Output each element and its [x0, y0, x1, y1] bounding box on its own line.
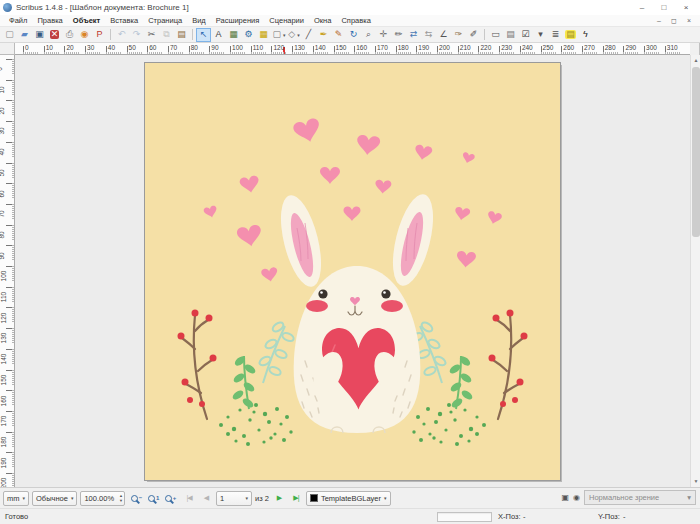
eye-glint-right: [383, 291, 386, 294]
menu-windows[interactable]: Окна: [309, 15, 336, 26]
zoom-out-button[interactable]: −: [128, 491, 145, 506]
layer-select[interactable]: TemplateBGLayer ▾: [306, 491, 391, 506]
vertical-ruler[interactable]: 0 10 20 30 40 50 60: [0, 55, 15, 487]
document-page[interactable]: [145, 63, 560, 480]
menu-scripts[interactable]: Сценарии: [264, 15, 309, 26]
ruler-origin-box[interactable]: [0, 43, 15, 55]
window-title: Scribus 1.4.8 - [Шаблон документа: Broch…: [16, 3, 189, 12]
preview-mode-icon[interactable]: ◉: [573, 493, 580, 502]
color-management-icon[interactable]: ▣: [561, 493, 569, 502]
status-bar: mm▾ Обычное▾ 100.00% ▲▼ −: [0, 487, 700, 524]
last-page-button[interactable]: ▶|: [289, 494, 303, 502]
zoom-tool-icon[interactable]: ⌕: [361, 28, 376, 42]
chevron-down-icon: ▾: [246, 495, 249, 501]
zoom-fit-button[interactable]: 1: [145, 491, 162, 506]
pdf-text-annotation-icon[interactable]: ▤: [563, 28, 578, 42]
new-document-icon[interactable]: ▢: [2, 28, 17, 42]
menu-object[interactable]: Объект: [68, 15, 105, 26]
chevron-down-icon: ▾: [23, 495, 26, 501]
undo-icon[interactable]: ↶: [114, 28, 129, 42]
unlink-frames-icon[interactable]: ⇆: [421, 28, 436, 42]
scribus-app-icon: [3, 3, 12, 12]
eye-glint-left: [320, 291, 323, 294]
ypos-value: -: [623, 512, 626, 521]
measurements-icon[interactable]: ∠: [436, 28, 451, 42]
insert-render-frame-icon[interactable]: ⚙: [241, 28, 256, 42]
spinner-arrows-icon[interactable]: ▲▼: [119, 493, 123, 503]
menu-insert[interactable]: Вставка: [105, 15, 143, 26]
edit-contents-icon[interactable]: ✛: [376, 28, 391, 42]
prev-page-button[interactable]: ◀: [199, 494, 213, 502]
link-frames-icon[interactable]: ⇄: [406, 28, 421, 42]
close-icon[interactable]: ×: [675, 1, 697, 15]
pdf-push-button-icon[interactable]: ▭: [488, 28, 503, 42]
insert-polygon-icon[interactable]: ◇: [286, 28, 301, 42]
magnifier-icon: [148, 495, 155, 502]
pdf-checkbox-icon[interactable]: ☑: [518, 28, 533, 42]
select-item-icon[interactable]: ↖: [196, 28, 211, 42]
copy-icon[interactable]: ⧉: [159, 28, 174, 42]
menu-extras[interactable]: Расширения: [211, 15, 265, 26]
rotate-item-icon[interactable]: ↻: [346, 28, 361, 42]
copy-properties-icon[interactable]: ✑: [451, 28, 466, 42]
layer-color-swatch: [310, 494, 318, 502]
story-editor-icon[interactable]: ✏: [391, 28, 406, 42]
chevron-down-icon: ▾: [71, 495, 74, 501]
vision-defect-select[interactable]: Нормальное зрение▾: [584, 490, 696, 505]
cut-icon[interactable]: ✂: [144, 28, 159, 42]
mdi-minimize-icon[interactable]: –: [653, 16, 665, 26]
menu-edit[interactable]: Правка: [32, 15, 67, 26]
document-canvas[interactable]: [15, 55, 690, 487]
pdf-combo-box-icon[interactable]: ▾: [533, 28, 548, 42]
status-ready-label: Готово: [5, 512, 28, 521]
insert-table-icon[interactable]: ▦: [256, 28, 271, 42]
unit-select[interactable]: mm▾: [3, 491, 29, 506]
view-quality-select[interactable]: Обычное▾: [32, 491, 77, 506]
menu-page[interactable]: Страница: [143, 15, 187, 26]
menu-help[interactable]: Справка: [336, 15, 375, 26]
insert-line-icon[interactable]: ╱: [301, 28, 316, 42]
insert-text-frame-icon[interactable]: A: [211, 28, 226, 42]
maximize-icon[interactable]: □: [653, 1, 675, 15]
first-page-button[interactable]: |◀: [182, 494, 196, 502]
vertical-scrollbar[interactable]: ▲ ▼: [690, 55, 700, 487]
scrollbar-thumb[interactable]: [692, 67, 700, 237]
close-document-icon[interactable]: ✕: [47, 28, 62, 42]
insert-shape-icon[interactable]: ▢: [271, 28, 286, 42]
menu-view[interactable]: Вид: [187, 15, 211, 26]
insert-freehand-icon[interactable]: ✎: [331, 28, 346, 42]
pdf-list-box-icon[interactable]: ≣: [548, 28, 563, 42]
minimize-icon[interactable]: –: [631, 1, 653, 15]
mdi-restore-icon[interactable]: ◻: [668, 16, 680, 26]
paste-icon[interactable]: ▤: [174, 28, 189, 42]
insert-bezier-icon[interactable]: ✒: [316, 28, 331, 42]
mdi-close-icon[interactable]: ×: [683, 16, 695, 26]
zoom-in-button[interactable]: +: [162, 491, 179, 506]
scribus-window: Scribus 1.4.8 - [Шаблон документа: Broch…: [0, 0, 700, 524]
export-pdf-icon[interactable]: P: [92, 28, 107, 42]
zoom-level-spinner[interactable]: 100.00% ▲▼: [80, 491, 125, 506]
ypos-label: Y-Поз:: [598, 512, 620, 521]
insert-image-frame-icon[interactable]: ▦: [226, 28, 241, 42]
scroll-down-icon[interactable]: ▼: [691, 476, 700, 487]
progress-placeholder: [437, 512, 492, 522]
print-document-icon[interactable]: ⎙: [62, 28, 77, 42]
redo-icon[interactable]: ↷: [129, 28, 144, 42]
pdf-text-field-icon[interactable]: ▤: [503, 28, 518, 42]
menu-file[interactable]: Файл: [4, 15, 32, 26]
title-bar: Scribus 1.4.8 - [Шаблон документа: Broch…: [0, 0, 700, 15]
eye-dropper-icon[interactable]: ✐: [466, 28, 481, 42]
mdi-window-controls: – ◻ ×: [653, 16, 698, 26]
horizontal-ruler[interactable]: 0102030405060708090100110120130140150160…: [15, 43, 690, 55]
chevron-down-icon: ▾: [384, 495, 387, 501]
chevron-down-icon: ▾: [687, 493, 691, 502]
pdf-link-annotation-icon[interactable]: ϟ: [578, 28, 593, 42]
save-document-icon[interactable]: ▣: [32, 28, 47, 42]
scroll-up-icon[interactable]: ▲: [691, 55, 700, 66]
page-select[interactable]: 1▾: [216, 491, 252, 506]
magnifier-icon: [165, 495, 172, 502]
preflight-verifier-icon[interactable]: ◉: [77, 28, 92, 42]
menu-bar: Файл Правка Объект Вставка Страница Вид …: [0, 15, 700, 27]
next-page-button[interactable]: ▶: [272, 494, 286, 502]
open-document-icon[interactable]: ▰: [17, 28, 32, 42]
